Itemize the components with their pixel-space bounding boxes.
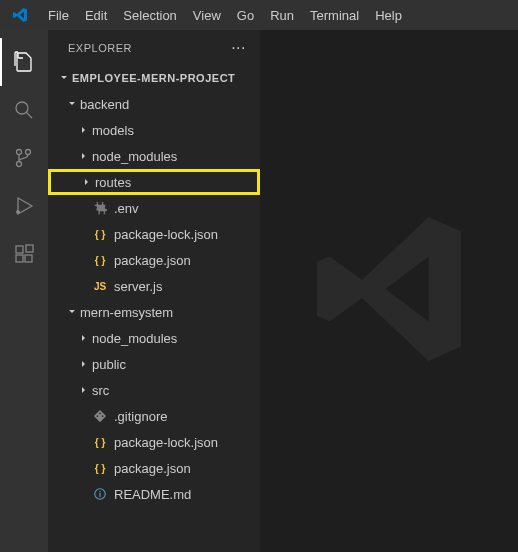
chevron-right-icon — [76, 382, 92, 398]
tree-item-src[interactable]: src — [48, 377, 260, 403]
svg-point-4 — [16, 210, 20, 214]
svg-rect-5 — [16, 246, 23, 253]
svg-point-3 — [17, 162, 22, 167]
js-icon: JS — [92, 278, 108, 294]
search-activity-icon[interactable] — [0, 86, 48, 134]
svg-point-2 — [17, 150, 22, 155]
tree-item-label: public — [92, 357, 126, 372]
menu-run[interactable]: Run — [262, 0, 302, 30]
vscode-watermark-icon — [299, 199, 479, 383]
tree-item-package-json[interactable]: { }package.json — [48, 247, 260, 273]
tree-item-label: server.js — [114, 279, 162, 294]
chevron-right-icon — [76, 148, 92, 164]
explorer-sidebar: Explorer ··· EMPLOYEE-MERN-PROJECT backe… — [48, 30, 260, 552]
tree-item-label: .env — [114, 201, 139, 216]
tree-item-label: models — [92, 123, 134, 138]
menu-selection[interactable]: Selection — [115, 0, 184, 30]
menubar: FileEditSelectionViewGoRunTerminalHelp — [40, 0, 410, 30]
menu-go[interactable]: Go — [229, 0, 262, 30]
tree-item-label: .gitignore — [114, 409, 167, 424]
tree-item-mern-emsystem[interactable]: mern-emsystem — [48, 299, 260, 325]
tree-item-public[interactable]: public — [48, 351, 260, 377]
vscode-logo-icon — [12, 7, 28, 23]
menu-help[interactable]: Help — [367, 0, 410, 30]
tree-item-package-lock-json[interactable]: { }package-lock.json — [48, 221, 260, 247]
menu-edit[interactable]: Edit — [77, 0, 115, 30]
file-tree: EMPLOYEE-MERN-PROJECT backendmodelsnode_… — [48, 65, 260, 507]
json-icon: { } — [92, 460, 108, 476]
tree-item-node-modules[interactable]: node_modules — [48, 143, 260, 169]
tree-item-readme-md[interactable]: README.md — [48, 481, 260, 507]
chevron-down-icon — [64, 96, 80, 112]
tree-item--env[interactable]: .env — [48, 195, 260, 221]
chevron-down-icon — [56, 70, 72, 86]
tree-item-label: README.md — [114, 487, 191, 502]
gear-icon — [92, 200, 108, 216]
menu-view[interactable]: View — [185, 0, 229, 30]
tree-item-models[interactable]: models — [48, 117, 260, 143]
tree-item-label: package.json — [114, 461, 191, 476]
titlebar: FileEditSelectionViewGoRunTerminalHelp — [0, 0, 518, 30]
activity-bar — [0, 30, 48, 552]
chevron-right-icon — [79, 174, 95, 190]
chevron-right-icon — [76, 330, 92, 346]
explorer-activity-icon[interactable] — [0, 38, 48, 86]
chevron-right-icon — [76, 122, 92, 138]
info-icon — [92, 486, 108, 502]
git-icon — [92, 408, 108, 424]
sidebar-header: Explorer ··· — [48, 30, 260, 65]
tree-item-package-lock-json[interactable]: { }package-lock.json — [48, 429, 260, 455]
tree-item-label: mern-emsystem — [80, 305, 173, 320]
tree-item-label: backend — [80, 97, 129, 112]
tree-item-label: package-lock.json — [114, 227, 218, 242]
tree-item-label: src — [92, 383, 109, 398]
tree-item-label: routes — [95, 175, 131, 190]
editor-area — [260, 30, 518, 552]
tree-item-label: node_modules — [92, 331, 177, 346]
tree-item-package-json[interactable]: { }package.json — [48, 455, 260, 481]
chevron-down-icon — [64, 304, 80, 320]
svg-rect-7 — [25, 255, 32, 262]
tree-item-backend[interactable]: backend — [48, 91, 260, 117]
tree-item-node-modules[interactable]: node_modules — [48, 325, 260, 351]
json-icon: { } — [92, 226, 108, 242]
tree-item--gitignore[interactable]: .gitignore — [48, 403, 260, 429]
svg-rect-8 — [26, 245, 33, 252]
source-control-activity-icon[interactable] — [0, 134, 48, 182]
more-actions-icon[interactable]: ··· — [231, 39, 246, 57]
tree-item-server-js[interactable]: JSserver.js — [48, 273, 260, 299]
sidebar-title: Explorer — [68, 42, 132, 54]
root-label: EMPLOYEE-MERN-PROJECT — [72, 72, 235, 84]
tree-item-routes[interactable]: routes — [48, 169, 260, 195]
tree-root[interactable]: EMPLOYEE-MERN-PROJECT — [48, 65, 260, 91]
svg-rect-6 — [16, 255, 23, 262]
tree-item-label: node_modules — [92, 149, 177, 164]
tree-item-label: package-lock.json — [114, 435, 218, 450]
tree-item-label: package.json — [114, 253, 191, 268]
menu-terminal[interactable]: Terminal — [302, 0, 367, 30]
json-icon: { } — [92, 252, 108, 268]
svg-point-0 — [16, 102, 28, 114]
run-debug-activity-icon[interactable] — [0, 182, 48, 230]
json-icon: { } — [92, 434, 108, 450]
menu-file[interactable]: File — [40, 0, 77, 30]
chevron-right-icon — [76, 356, 92, 372]
extensions-activity-icon[interactable] — [0, 230, 48, 278]
svg-point-1 — [26, 150, 31, 155]
main-area: Explorer ··· EMPLOYEE-MERN-PROJECT backe… — [0, 30, 518, 552]
